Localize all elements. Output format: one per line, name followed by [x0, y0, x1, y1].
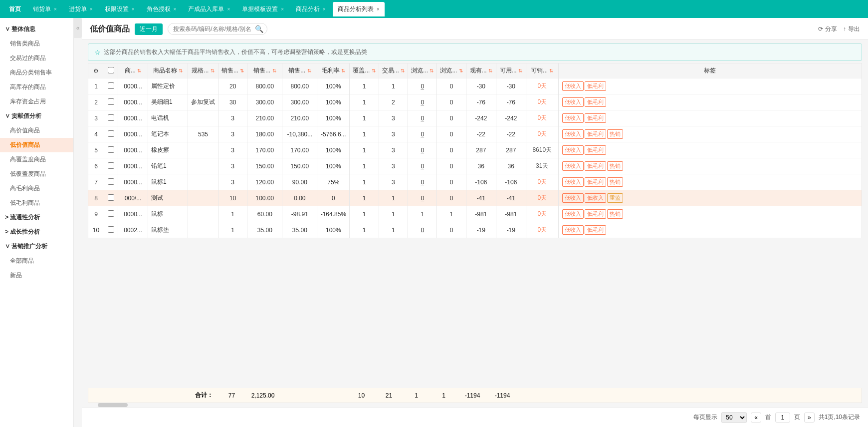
col-code: 商... ⇅: [118, 63, 148, 78]
search-icon[interactable]: 🔍: [255, 25, 263, 33]
cell-checkbox[interactable]: [104, 110, 118, 126]
sidebar-item-high-stock[interactable]: 高库存的商品: [0, 80, 73, 94]
sidebar-item-sales-goods[interactable]: 销售类商品: [0, 36, 73, 51]
sidebar-item-stock-capital[interactable]: 库存资金占用: [0, 94, 73, 109]
col-checkbox[interactable]: [104, 63, 118, 78]
nav-perm[interactable]: 权限设置 ×: [100, 2, 140, 16]
row-checkbox[interactable]: [108, 178, 114, 185]
cell-sales-cost: 800.00: [282, 78, 317, 94]
sidebar-item-traded-goods[interactable]: 交易过的商品: [0, 51, 73, 65]
nav-goods-analysis-list[interactable]: 商品分析列表 ×: [333, 2, 385, 16]
row-checkbox[interactable]: [108, 114, 114, 121]
cell-num: 6: [88, 158, 104, 174]
cell-sellable-days: 0天: [526, 222, 558, 238]
nav-template-close[interactable]: ×: [281, 6, 284, 12]
cell-checkbox[interactable]: [104, 158, 118, 174]
sidebar-item-low-value[interactable]: 低价值商品: [0, 138, 73, 152]
row-checkbox[interactable]: [108, 82, 114, 89]
cell-spec: [188, 158, 218, 174]
sidebar-group-marketing[interactable]: ∨ 营销推广分析: [0, 239, 73, 254]
cell-checkbox[interactable]: [104, 78, 118, 94]
sidebar-group-circulation[interactable]: > 流通性分析: [0, 210, 73, 225]
first-page-btn[interactable]: «: [751, 413, 761, 423]
cell-sellable-days: 0天: [526, 110, 558, 126]
cell-gross-margin: 100%: [317, 94, 350, 110]
row-checkbox[interactable]: [108, 210, 114, 217]
cell-checkbox[interactable]: [104, 190, 118, 206]
sidebar-item-high-value[interactable]: 高价值商品: [0, 123, 73, 138]
sidebar-item-all-goods[interactable]: 全部商品: [0, 254, 73, 268]
sidebar-item-low-coverage[interactable]: 低覆盖度商品: [0, 167, 73, 181]
nav-sales[interactable]: 销货单 ×: [28, 2, 62, 16]
cell-browse1[interactable]: 0: [408, 78, 437, 94]
sidebar-group-growth[interactable]: > 成长性分析: [0, 225, 73, 239]
nav-home[interactable]: 首页: [4, 2, 26, 16]
nav-product-in-close[interactable]: ×: [227, 6, 230, 12]
sidebar-group-overall[interactable]: ∨ 整体信息: [0, 22, 73, 36]
share-btn[interactable]: ⟳ 分享: [818, 25, 837, 33]
sidebar-group-contribution[interactable]: ∨ 贡献值分析: [0, 109, 73, 123]
cell-browse1[interactable]: 1: [408, 206, 437, 222]
cell-num: 5: [88, 142, 104, 158]
nav-template[interactable]: 单据模板设置 ×: [237, 2, 289, 16]
sidebar-item-category-sales[interactable]: 商品分类销售率: [0, 65, 73, 80]
footer-label: 合计：: [88, 391, 218, 400]
nav-goods-analysis[interactable]: 商品分析 ×: [291, 2, 331, 16]
table-container[interactable]: ⚙ 商... ⇅ 商品名称 ⇅ 规格... ⇅ 销售... ⇅ 销售... ⇅ …: [88, 63, 862, 388]
export-btn[interactable]: ↑ 导出: [843, 25, 860, 33]
col-settings[interactable]: ⚙: [88, 63, 104, 78]
scrollbar-thumb[interactable]: [98, 403, 128, 407]
next-page-btn[interactable]: »: [804, 413, 815, 423]
horizontal-scrollbar[interactable]: [88, 403, 862, 407]
nav-role-close[interactable]: ×: [174, 6, 177, 12]
nav-goods-analysis-list-close[interactable]: ×: [377, 6, 380, 12]
cell-browse1[interactable]: 0: [408, 158, 437, 174]
footer-coverage: 10: [348, 392, 375, 399]
cell-browse1[interactable]: 0: [408, 190, 437, 206]
cell-code: 0000...: [118, 110, 148, 126]
cell-browse1[interactable]: 0: [408, 110, 437, 126]
sidebar-item-high-margin[interactable]: 高毛利商品: [0, 181, 73, 196]
sidebar-item-new-goods[interactable]: 新品: [0, 268, 73, 283]
search-input[interactable]: [168, 23, 267, 35]
cell-tags: 低收入低毛利: [558, 110, 862, 126]
cell-browse1[interactable]: 0: [408, 174, 437, 190]
nav-product-in[interactable]: 产成品入库单 ×: [183, 2, 235, 16]
row-checkbox[interactable]: [108, 162, 114, 169]
sidebar-item-low-margin[interactable]: 低毛利商品: [0, 196, 73, 210]
row-checkbox[interactable]: [108, 226, 114, 233]
cell-checkbox[interactable]: [104, 222, 118, 238]
select-all-checkbox[interactable]: [108, 67, 114, 73]
cell-transaction: 3: [379, 174, 408, 190]
sidebar-item-high-coverage[interactable]: 高覆盖度商品: [0, 152, 73, 167]
cell-browse1[interactable]: 0: [408, 94, 437, 110]
nav-purchase[interactable]: 进货单 ×: [64, 2, 98, 16]
cell-browse1[interactable]: 0: [408, 222, 437, 238]
filter-btn[interactable]: 近一月: [135, 23, 163, 35]
cell-checkbox[interactable]: [104, 126, 118, 142]
cell-checkbox[interactable]: [104, 142, 118, 158]
cell-browse1[interactable]: 0: [408, 126, 437, 142]
nav-purchase-close[interactable]: ×: [90, 6, 93, 12]
row-checkbox[interactable]: [108, 194, 114, 201]
sidebar-collapse-btn[interactable]: «: [74, 18, 82, 38]
cell-name: 鼠标1: [148, 174, 188, 190]
cell-checkbox[interactable]: [104, 206, 118, 222]
page-number-input[interactable]: [775, 413, 790, 423]
cell-spec: [188, 174, 218, 190]
cell-checkbox[interactable]: [104, 94, 118, 110]
cell-sales-amt: 100.00: [247, 190, 282, 206]
row-checkbox[interactable]: [108, 98, 114, 105]
cell-checkbox[interactable]: [104, 174, 118, 190]
nav-perm-close[interactable]: ×: [132, 6, 135, 12]
cell-browse1[interactable]: 0: [408, 142, 437, 158]
col-sellable: 可销... ⇅: [526, 63, 558, 78]
per-page-select[interactable]: 50 100 200: [721, 412, 747, 423]
nav-goods-analysis-close[interactable]: ×: [323, 6, 326, 12]
content-area: 低价值商品 近一月 🔍 ⟳ 分享 ↑ 导出 ☆ 这部分商品的销售收入大幅低于商品…: [82, 18, 868, 427]
row-checkbox[interactable]: [108, 130, 114, 137]
nav-role[interactable]: 角色授权 ×: [142, 2, 182, 16]
cell-code: 000/...: [118, 190, 148, 206]
row-checkbox[interactable]: [108, 146, 114, 153]
nav-sales-close[interactable]: ×: [54, 6, 57, 12]
